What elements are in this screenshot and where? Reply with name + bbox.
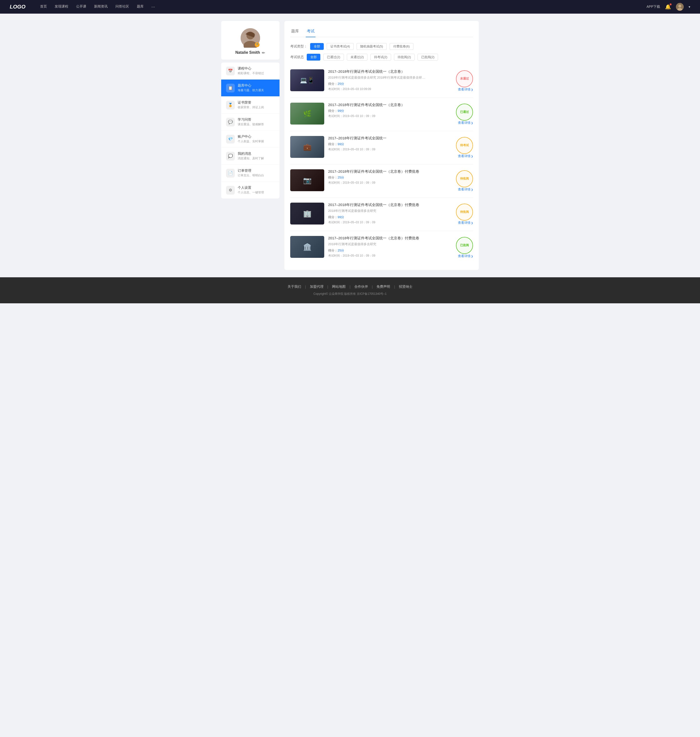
exam-thumb-3 xyxy=(290,136,324,158)
nav-exam[interactable]: 题库 xyxy=(137,4,144,9)
qa-icon: 💬 xyxy=(226,118,235,127)
filter-type-row: 考试类型： 全部 证书类考试(4) 随机抽题考试(5) 付费批卷(6) xyxy=(290,43,473,50)
exam-action-4: 待批阅 查看详情 xyxy=(449,169,473,193)
navbar: LOGO 首页 发现课程 公开课 新闻资讯 问答社区 题库 ··· APP下载 … xyxy=(0,0,700,13)
tab-exam-test[interactable]: 考试 xyxy=(306,27,316,37)
sidebar-item-qa[interactable]: 💬 学习问答 课后重温、疑难解答 xyxy=(221,113,279,131)
cert-title: 证书荣誉 xyxy=(238,100,275,105)
profile-badge: 🏅 xyxy=(255,42,260,47)
exam-detail-link-4[interactable]: 查看详情 xyxy=(458,187,473,192)
footer-links: 关于我们 | 加盟代理 | 网站地图 | 合作伙伴 | 免费声明 | 招贤纳士 xyxy=(10,284,690,289)
filter-status-all[interactable]: 全部 xyxy=(307,54,321,60)
filter-status-label: 考试状态 xyxy=(290,55,304,59)
filter-type-cert[interactable]: 证书类考试(4) xyxy=(326,43,354,50)
svg-point-1 xyxy=(678,4,681,7)
exam-title-5: 2017–2018年行测证件考试全国统一（北京卷）付费批卷 xyxy=(328,203,445,207)
exam-time-1: 考试时间：2019–05–03 10:09:09 xyxy=(328,87,445,91)
app-download[interactable]: APP下载 xyxy=(647,4,660,9)
profile-edit-icon[interactable]: ✏ xyxy=(262,51,265,55)
nav-qa[interactable]: 问答社区 xyxy=(115,4,129,9)
exam-action-1: 未通过 查看详情 xyxy=(449,69,473,93)
exam-desc-6: 2018年行测考试是最值得多去研究 xyxy=(328,242,425,246)
filter-type-paid[interactable]: 付费批卷(6) xyxy=(390,43,413,50)
exam-time-6: 考试时间：2019–05–03 10：09：09 xyxy=(328,254,445,258)
exam-subtitle: 海量习题、助力通关 xyxy=(238,88,275,93)
filter-status-failed[interactable]: 未通过(2) xyxy=(347,54,368,60)
sidebar-item-course[interactable]: 📅 课程中心 精彩课程、不容错过 xyxy=(221,62,279,80)
logo[interactable]: LOGO xyxy=(10,4,25,10)
footer-jobs[interactable]: 招贤纳士 xyxy=(399,284,412,289)
footer-partner[interactable]: 合作伙伴 xyxy=(354,284,368,289)
exam-desc-5: 2018年行测考试是最值得多去研究 xyxy=(328,209,425,213)
exam-action-2: 已通过 查看详情 xyxy=(449,103,473,126)
exam-status-2: 已通过 xyxy=(456,104,473,121)
filter-type-random[interactable]: 随机抽题考试(5) xyxy=(357,43,387,50)
exam-score-4: 得分：25分 xyxy=(328,175,445,180)
orders-icon: 📄 xyxy=(226,169,235,178)
filter-status-reviewing[interactable]: 待批阅(2) xyxy=(394,54,415,60)
footer-sep-3: | xyxy=(350,285,350,289)
sidebar-item-cert[interactable]: 🏅 证书荣誉 收获荣誉、持证上岗 xyxy=(221,97,279,113)
exam-detail-link-1[interactable]: 查看详情 xyxy=(458,87,473,92)
list-item: 2017–2018年行测证件考试全国统一（北京卷） 2018年行测考试是最值得多… xyxy=(290,65,473,98)
course-title: 课程中心 xyxy=(238,66,275,71)
filter-status-passed[interactable]: 已通过(2) xyxy=(323,54,344,60)
filter-status-pending[interactable]: 待考试(2) xyxy=(371,54,391,60)
exam-status-1: 未通过 xyxy=(456,70,473,87)
nav-home[interactable]: 首页 xyxy=(40,4,47,9)
filter-status-reviewed[interactable]: 已批阅(2) xyxy=(418,54,438,60)
exam-detail-link-6[interactable]: 查看详情 xyxy=(458,254,473,258)
user-dropdown-chevron[interactable]: ▾ xyxy=(688,5,690,9)
footer-disclaimer[interactable]: 免费声明 xyxy=(376,284,390,289)
sidebar-item-account[interactable]: 💎 账户中心 个人权益、实时掌握 xyxy=(221,131,279,147)
footer-sep-1: | xyxy=(305,285,306,289)
exam-action-5: 待批阅 查看详情 xyxy=(449,203,473,226)
exam-score-5: 得分：99分 xyxy=(328,215,445,220)
exam-info-2: 2017–2018年行测证件考试全国统一（北京卷） 得分：99分 考试时间：20… xyxy=(328,103,445,118)
filter-status-row: 考试状态 全部 已通过(2) 未通过(2) 待考试(2) 待批阅(2) 已批阅(… xyxy=(290,54,473,60)
exam-info-1: 2017–2018年行测证件考试全国统一（北京卷） 2018年行测考试是最值得多… xyxy=(328,69,445,91)
exam-status-5: 待批阅 xyxy=(456,203,473,221)
course-icon: 📅 xyxy=(226,67,235,75)
footer-sep-2: | xyxy=(327,285,328,289)
account-subtitle: 个人权益、实时掌握 xyxy=(238,139,275,143)
nav-discover[interactable]: 发现课程 xyxy=(55,4,68,9)
nav-more[interactable]: ··· xyxy=(151,4,155,9)
exam-info-4: 2017–2018年行测证件考试全国统一（北京卷）付费批卷 得分：25分 考试时… xyxy=(328,169,445,185)
navbar-right: APP下载 🔔 ▾ xyxy=(647,3,690,11)
exam-title-6: 2017–2018年行测证件考试全国统一（北京卷）付费批卷 xyxy=(328,236,445,240)
sidebar-item-exam[interactable]: 📋 题库中心 海量习题、助力通关 xyxy=(221,80,279,97)
exam-info-6: 2017–2018年行测证件考试全国统一（北京卷）付费批卷 2018年行测考试是… xyxy=(328,236,445,258)
avatar[interactable] xyxy=(676,3,684,11)
account-icon: 💎 xyxy=(226,135,235,143)
footer-sitemap[interactable]: 网站地图 xyxy=(332,284,346,289)
sidebar-item-orders[interactable]: 📄 订单管理 订单支出、明明白白 xyxy=(221,165,279,182)
list-item: 2017–2018年行测证件考试全国统一（北京卷）付费批卷 得分：25分 考试时… xyxy=(290,164,473,198)
exam-score-1: 得分：25分 xyxy=(328,82,445,86)
filter-type-all[interactable]: 全部 xyxy=(310,43,324,50)
footer-agent[interactable]: 加盟代理 xyxy=(310,284,324,289)
footer: 关于我们 | 加盟代理 | 网站地图 | 合作伙伴 | 免费声明 | 招贤纳士 … xyxy=(0,277,700,303)
exam-detail-link-5[interactable]: 查看详情 xyxy=(458,221,473,225)
sidebar-item-settings[interactable]: ⚙ 个人设置 个人信息、一键管理 xyxy=(221,182,279,199)
exam-detail-link-3[interactable]: 查看详情 xyxy=(458,154,473,158)
exam-info-3: 2017–2018年行测证件考试全国统一 得分：99分 考试时间：2019–05… xyxy=(328,136,445,152)
footer-about[interactable]: 关于我们 xyxy=(288,284,301,289)
list-item: 2017–2018年行测证件考试全国统一（北京卷）付费批卷 2018年行测考试是… xyxy=(290,198,473,231)
notification-bell[interactable]: 🔔 xyxy=(665,4,671,10)
nav-news[interactable]: 新闻资讯 xyxy=(94,4,108,9)
exam-list: 2017–2018年行测证件考试全国统一（北京卷） 2018年行测考试是最值得多… xyxy=(290,65,473,264)
list-item: 2017–2018年行测证件考试全国统一（北京卷） 得分：99分 考试时间：20… xyxy=(290,98,473,131)
exam-score-2: 得分：99分 xyxy=(328,109,445,113)
main-content: 题库 考试 考试类型： 全部 证书类考试(4) 随机抽题考试(5) 付费批卷(6… xyxy=(284,21,479,270)
sidebar-item-messages[interactable]: 💭 我的消息 消息通知、及时了解 xyxy=(221,147,279,165)
exam-thumb-6 xyxy=(290,236,324,258)
exam-score-6: 得分：25分 xyxy=(328,248,445,253)
sidebar-menu: 📅 课程中心 精彩课程、不容错过 📋 题库中心 海量习题、助力通关 🏅 证书荣誉… xyxy=(221,62,279,199)
exam-detail-link-2[interactable]: 查看详情 xyxy=(458,121,473,125)
tab-exam-bank[interactable]: 题库 xyxy=(290,27,300,37)
notification-dot xyxy=(670,3,672,5)
nav-open-course[interactable]: 公开课 xyxy=(76,4,86,9)
profile-name: Natalie Smith ✏ xyxy=(226,50,275,55)
cert-subtitle: 收获荣誉、持证上岗 xyxy=(238,105,275,109)
